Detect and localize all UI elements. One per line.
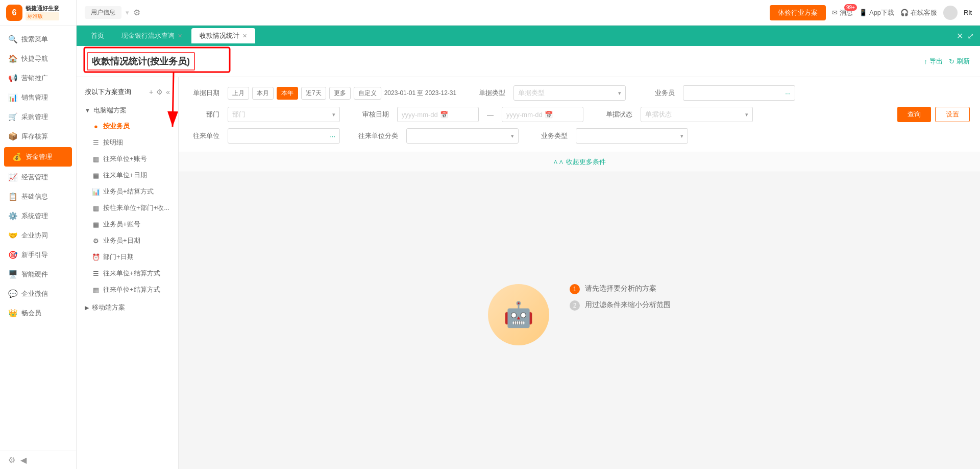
collapse-bar[interactable]: ∧∧ 收起更多条件 xyxy=(179,152,980,172)
scheme-item-partner-settlement1[interactable]: ☰ 往来单位+结算方式 xyxy=(77,265,178,282)
partner-settlement2-icon: ▦ xyxy=(92,286,100,294)
dept-select[interactable]: 部门 ▾ xyxy=(228,107,340,122)
partner-category-select[interactable]: ▾ xyxy=(406,128,519,144)
sidebar-item-quicknav[interactable]: 🏠 快捷导航 xyxy=(0,49,76,68)
date-btn-this-month[interactable]: 本月 xyxy=(252,87,274,100)
date-btn-last-month[interactable]: 上月 xyxy=(228,87,249,100)
page-title: 收款情况统计(按业务员) xyxy=(87,52,195,71)
tab-close-bank-flow[interactable]: ✕ xyxy=(178,33,182,39)
topbar-service[interactable]: 🎧 在线客服 xyxy=(900,8,937,17)
scheme-item-partner-settlement2[interactable]: ▦ 往来单位+结算方式 xyxy=(77,282,178,298)
sidebar-item-system[interactable]: ⚙️ 系统管理 xyxy=(0,206,76,226)
doc-type-select[interactable]: 单据类型 ▾ xyxy=(513,85,626,101)
tabbar: 首页 现金银行流水查询 ✕ 收款情况统计 ✕ ✕ ⤢ xyxy=(77,26,980,46)
logo-icon: 6 xyxy=(6,5,22,21)
scheme-item-dept-date[interactable]: ⏰ 部门+日期 xyxy=(77,249,178,265)
sidebar-item-wechat[interactable]: 💬 企业微信 xyxy=(0,284,76,303)
sidebar-item-basic[interactable]: 📋 基础信息 xyxy=(0,187,76,206)
scheme-item-partner-dept-receipt[interactable]: ▦ 按往来单位+部门+收... xyxy=(77,200,178,216)
filter-area: 单据日期 上月 本月 本年 近7天 更多 自定义 2023-01-01 至 xyxy=(179,77,980,152)
step-2-text: 用过滤条件来缩小分析范围 xyxy=(585,300,671,310)
partner-more-icon[interactable]: ··· xyxy=(330,132,335,140)
sidebar-item-finance[interactable]: 💰 资金管理 xyxy=(4,147,72,167)
tab-bank-flow[interactable]: 现金银行流水查询 ✕ xyxy=(113,28,190,43)
business-type-arrow: ▾ xyxy=(680,133,683,139)
desktop-section-title[interactable]: ▼ 电脑端方案 xyxy=(77,103,178,118)
sidebar-item-sales[interactable]: 📊 销售管理 xyxy=(0,88,76,107)
guide-icon: 🎯 xyxy=(8,250,17,260)
topbar-user: 用户信息 xyxy=(85,6,121,19)
footer-settings-icon[interactable]: ⚙ xyxy=(8,455,15,465)
sidebar-item-marketing[interactable]: 📢 营销推广 xyxy=(0,68,76,88)
message-badge: 99+ xyxy=(844,4,857,11)
scheme-item-salesperson-account[interactable]: ▦ 业务员+账号 xyxy=(77,216,178,232)
demo-btn[interactable]: 体验行业方案 xyxy=(770,5,826,20)
sidebar-item-purchase[interactable]: 🛒 采购管理 xyxy=(0,107,76,127)
business-type-select[interactable]: ▾ xyxy=(576,128,688,144)
message-icon: ✉ xyxy=(832,9,838,16)
tab-maximize-icon[interactable]: ⤢ xyxy=(967,31,974,41)
query-btn[interactable]: 查询 xyxy=(897,107,931,122)
topbar-app-download[interactable]: 📱 App下载 xyxy=(859,8,894,17)
topbar-settings-icon[interactable]: ⚙ xyxy=(133,8,140,17)
sidebar-item-guide[interactable]: 🎯 新手引导 xyxy=(0,245,76,265)
finance-icon: 💰 xyxy=(12,152,21,161)
scheme-item-by-salesperson[interactable]: ● 按业务员 xyxy=(77,118,178,134)
review-date-start[interactable]: yyyy-mm-dd 📅 xyxy=(397,107,479,122)
detail-icon: ☰ xyxy=(92,138,100,147)
salesperson-label: 业务员 xyxy=(644,88,675,98)
empty-step-1: 1 请先选择要分析的方案 xyxy=(570,284,671,294)
partner-settlement1-icon: ☰ xyxy=(92,269,100,277)
right-panel: 单据日期 上月 本月 本年 近7天 更多 自定义 2023-01-01 至 xyxy=(179,77,980,469)
date-btn-last-7days[interactable]: 近7天 xyxy=(301,87,326,100)
empty-steps: 1 请先选择要分析的方案 2 用过滤条件来缩小分析范围 xyxy=(570,284,671,317)
scheme-collapse-icon[interactable]: « xyxy=(166,88,170,96)
tab-receipt-stats[interactable]: 收款情况统计 ✕ xyxy=(191,28,255,43)
basic-icon: 📋 xyxy=(8,192,17,201)
active-scheme-icon: ● xyxy=(92,122,100,130)
sidebar-item-smarthw[interactable]: 🖥️ 智能硬件 xyxy=(0,265,76,284)
sidebar-item-member[interactable]: 👑 畅会员 xyxy=(0,303,76,323)
review-date-end-icon[interactable]: 📅 xyxy=(545,111,553,119)
topbar-message[interactable]: ✉ 消息 99+ xyxy=(832,8,853,17)
empty-illustration: 🤖 xyxy=(488,284,549,345)
topbar-avatar[interactable] xyxy=(943,6,958,20)
tab-home[interactable]: 首页 xyxy=(83,28,112,43)
refresh-btn[interactable]: ↻ 刷新 xyxy=(949,57,970,66)
sidebar-logo: 6 畅捷通好生意 标准版 xyxy=(0,0,76,26)
tab-close-all-icon[interactable]: ✕ xyxy=(957,31,963,41)
wechat-icon: 💬 xyxy=(8,289,17,298)
partner-select[interactable]: ··· xyxy=(228,128,340,144)
review-date-end[interactable]: yyyy-mm-dd 📅 xyxy=(502,107,583,122)
doc-status-select[interactable]: 单据状态 ▾ xyxy=(641,107,753,122)
scheme-item-partner-account[interactable]: ▦ 往来单位+账号 xyxy=(77,151,178,167)
marketing-icon: 📢 xyxy=(8,74,17,83)
sidebar-item-search[interactable]: 🔍 搜索菜单 xyxy=(0,30,76,49)
salesperson-select[interactable]: ··· xyxy=(683,85,795,101)
scheme-item-salesperson-settlement[interactable]: 📊 业务员+结算方式 xyxy=(77,183,178,200)
export-icon: ↑ xyxy=(924,58,928,65)
scheme-item-by-detail[interactable]: ☰ 按明细 xyxy=(77,134,178,151)
scheme-item-partner-date[interactable]: ▦ 往来单位+日期 xyxy=(77,167,178,183)
salesperson-settlement-icon: 📊 xyxy=(92,187,100,196)
page-body: 按以下方案查询 + ⚙ « ▼ 电脑端方案 ● 按业务员 xyxy=(77,77,980,469)
scheme-item-salesperson-date[interactable]: ⚙ 业务员+日期 xyxy=(77,232,178,249)
sidebar-item-operation[interactable]: 📈 经营管理 xyxy=(0,168,76,187)
tab-close-receipt-stats[interactable]: ✕ xyxy=(242,33,247,39)
date-btn-more[interactable]: 更多 xyxy=(329,87,351,100)
operation-icon: 📈 xyxy=(8,173,17,182)
export-btn[interactable]: ↑ 导出 xyxy=(924,57,943,66)
topbar-username: Rit xyxy=(964,9,972,16)
add-scheme-icon[interactable]: + xyxy=(149,88,153,96)
footer-collapse-icon[interactable]: ◀ xyxy=(20,455,27,465)
review-date-start-icon[interactable]: 📅 xyxy=(440,111,448,119)
sidebar-item-enterprise[interactable]: 🤝 企业协同 xyxy=(0,226,76,245)
settings-btn[interactable]: 设置 xyxy=(935,107,970,122)
date-btn-this-year[interactable]: 本年 xyxy=(277,87,298,100)
salesperson-more-icon[interactable]: ··· xyxy=(785,89,791,97)
doc-status-label: 单据状态 xyxy=(602,110,632,119)
mobile-section-title[interactable]: ▶ 移动端方案 xyxy=(77,300,178,315)
date-btn-custom[interactable]: 自定义 xyxy=(354,87,381,100)
scheme-settings-icon[interactable]: ⚙ xyxy=(156,88,163,96)
sidebar-item-inventory[interactable]: 📦 库存核算 xyxy=(0,127,76,146)
